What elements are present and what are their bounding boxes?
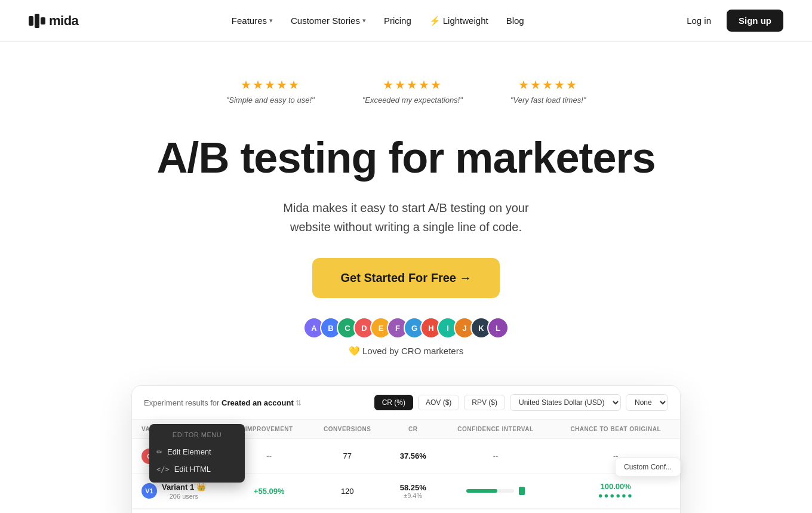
editor-menu: Editor Menu ✏ Edit Element </> Edit HTML [149,424,245,483]
edit-html-item[interactable]: </> Edit HTML [149,460,245,478]
dashboard-wrapper: Experiment results for Created an accoun… [131,385,681,513]
review-2: ★★★★★ "Exceeded my expectations!" [362,78,463,105]
hero-section: ★★★★★ "Simple and easy to use!" ★★★★★ "E… [0,42,812,513]
col-chance: CHANCE TO BEAT ORIGINAL [551,420,680,439]
custom-conf-popup: Custom Conf... [615,457,681,477]
signup-button[interactable]: Sign up [727,10,783,32]
logo-text: mida [49,13,78,29]
experiment-label: Experiment results for Created an accoun… [144,398,302,407]
dash-header: Experiment results for Created an accoun… [132,386,680,420]
cta-button[interactable]: Get Started For Free → [312,258,500,298]
v1-ci [439,474,551,509]
logo[interactable]: mida [29,13,78,29]
stars-3: ★★★★★ [518,78,578,92]
stars-1: ★★★★★ [241,78,300,92]
rpv-tab[interactable]: RPV ($) [464,395,505,410]
reviews-row: ★★★★★ "Simple and easy to use!" ★★★★★ "E… [12,78,800,105]
control-conversions: 77 [308,439,386,474]
review-3: ★★★★★ "Very fast load times!" [510,78,586,105]
nav-pricing[interactable]: Pricing [376,11,420,30]
control-cr: 37.56% [386,439,439,474]
cr-tab[interactable]: CR (%) [374,395,413,410]
quote-1: "Simple and easy to use!" [226,96,315,105]
cta-container: Get Started For Free → [12,258,800,317]
editor-menu-title: Editor Menu [149,429,245,443]
quote-2: "Exceeded my expectations!" [362,96,463,105]
nav-blog[interactable]: Blog [498,11,533,30]
headline: A/B testing for marketers [12,134,800,182]
nav-customer-stories[interactable]: Customer Stories ▾ [282,11,374,30]
v1-chance: 100.00% ●●●●●● [551,474,680,509]
features-chevron: ▾ [269,17,273,24]
v1-conversions: 120 [308,474,386,509]
svg-rect-0 [29,16,33,26]
col-conversions: CONVERSIONS [308,420,386,439]
edit-html-icon: </> [156,465,170,474]
aov-tab[interactable]: AOV ($) [418,395,459,410]
review-1: ★★★★★ "Simple and easy to use!" [226,78,315,105]
v1-cr: 58.25% ±9.4% [386,474,439,509]
nav-center: Features ▾ Customer Stories ▾ Pricing ⚡ … [223,11,533,31]
lightning-icon: ⚡ [429,16,441,26]
currency-select[interactable]: United States Dollar (USD) [510,394,621,411]
v1-name: Variant 1 👑 [162,483,206,492]
nav-right: Log in Sign up [677,10,783,32]
col-cr: CR [386,420,439,439]
social-proof: ABCDEFGHIJKL 💛 Loved by CRO marketers [12,317,800,357]
avatars-row: ABCDEFGHIJKL [303,317,509,339]
control-ci: -- [439,439,551,474]
col-ci: CONFIDENCE INTERVAL [439,420,551,439]
login-button[interactable]: Log in [677,11,721,30]
v1-badge: V1 [142,483,157,499]
dash-header-right: CR (%) AOV ($) RPV ($) United States Dol… [374,394,668,411]
v1-users: 206 users [162,493,206,500]
loved-text: 💛 Loved by CRO marketers [349,346,463,357]
stars-2: ★★★★★ [383,78,442,92]
filter-select[interactable]: None [626,394,668,411]
chart-legend: Control Variant 1 [132,509,680,513]
customer-stories-chevron: ▾ [362,17,366,24]
svg-rect-1 [35,14,39,28]
avatar: L [487,317,509,339]
subtext: Mida makes it easy to start A/B testing … [12,198,800,236]
quote-3: "Very fast load times!" [510,96,586,105]
nav-features[interactable]: Features ▾ [223,11,281,30]
logo-icon [29,14,45,28]
svg-rect-2 [41,17,45,24]
edit-element-icon: ✏ [156,448,162,456]
navbar: mida Features ▾ Customer Stories ▾ Prici… [0,0,812,42]
edit-element-item[interactable]: ✏ Edit Element [149,443,245,460]
nav-lightweight[interactable]: ⚡ Lightweight [421,11,497,31]
